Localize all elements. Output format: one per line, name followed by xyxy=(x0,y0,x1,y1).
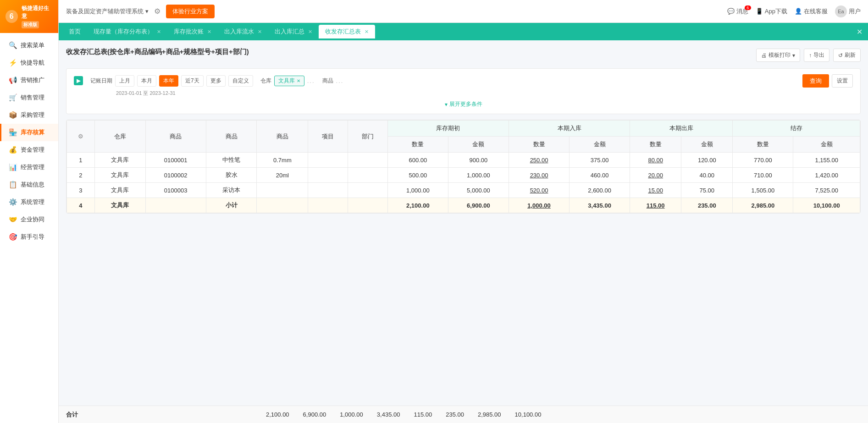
date-btn-this-year[interactable]: 本年 xyxy=(159,75,178,87)
table-cell: 710.00 xyxy=(733,168,793,183)
tab-close-icon[interactable]: ✕ xyxy=(258,29,262,35)
goods-dots[interactable]: ... xyxy=(336,77,344,84)
tab-close-icon[interactable]: ✕ xyxy=(365,29,369,35)
total-out-qty: 115.00 xyxy=(414,411,432,418)
user-menu[interactable]: Ea 用户 xyxy=(835,5,861,17)
trial-button[interactable]: 体验行业方案 xyxy=(166,5,215,18)
table-cell[interactable]: 520.00 xyxy=(509,183,569,198)
tab-close-icon[interactable]: ✕ xyxy=(207,29,211,35)
table-cell xyxy=(308,183,348,198)
table-cell[interactable]: 250.00 xyxy=(509,153,569,168)
handshake-icon: 🤝 xyxy=(9,215,17,224)
sidebar-item-label: 营销推广 xyxy=(21,76,44,84)
sidebar-item-assets[interactable]: 💰 资金管理 xyxy=(0,141,58,159)
tab-inout-flow[interactable]: 出入库流水 ✕ xyxy=(218,25,268,38)
message-button[interactable]: 💬 消息 6 xyxy=(727,7,748,16)
total-in-qty: 1,000.00 xyxy=(340,411,363,418)
table-cell: 4 xyxy=(67,198,95,213)
target-icon: 🎯 xyxy=(9,233,17,241)
table-cell: 文具库 xyxy=(94,168,145,183)
settings-button[interactable]: 设置 xyxy=(832,74,853,88)
table-cell: 7,525.00 xyxy=(793,183,860,198)
app-download-button[interactable]: 📱 App下载 xyxy=(756,7,787,16)
query-button[interactable]: 查询 xyxy=(802,74,829,88)
sidebar-item-label: 快捷导航 xyxy=(21,59,44,67)
store-icon: 🏪 xyxy=(9,128,17,137)
table-cell: 20ml xyxy=(257,168,308,183)
filter-expand-icon[interactable]: ▶ xyxy=(74,76,83,85)
refresh-button[interactable]: ↺ 刷新 xyxy=(833,49,861,62)
table-cell xyxy=(257,198,308,213)
sidebar-item-search[interactable]: 🔍 搜索菜单 xyxy=(0,37,58,54)
tab-home[interactable]: 首页 xyxy=(62,25,87,38)
table-cell xyxy=(348,153,388,168)
chart-icon: 📊 xyxy=(9,163,17,171)
table-cell[interactable]: 115.00 xyxy=(630,198,681,213)
table-cell: 120.00 xyxy=(681,153,733,168)
service-icon: 👤 xyxy=(795,8,802,15)
sidebar-item-quick-nav[interactable]: ⚡ 快捷导航 xyxy=(0,54,58,71)
table-cell: 40.00 xyxy=(681,168,733,183)
tab-inout-summary[interactable]: 出入库汇总 ✕ xyxy=(268,25,319,38)
th-settings[interactable]: ⚙ xyxy=(67,121,95,153)
date-btn-this-month[interactable]: 本月 xyxy=(137,75,156,87)
table-cell: 1,000.00 xyxy=(387,183,448,198)
system-selector[interactable]: 装备及固定资产辅助管理系统 ▾ xyxy=(66,7,149,16)
tab-close-icon[interactable]: ✕ xyxy=(157,29,161,35)
topbar-settings-icon[interactable]: ⚙ xyxy=(154,7,160,16)
table-cell[interactable]: 80.00 xyxy=(630,153,681,168)
tab-label: 出入库汇总 xyxy=(275,27,304,36)
table-cell: 小计 xyxy=(206,198,257,213)
sidebar-item-marketing[interactable]: 📢 营销推广 xyxy=(0,71,58,89)
table-cell: 1,155.00 xyxy=(793,153,860,168)
table-cell: 2 xyxy=(67,168,95,183)
sidebar-item-label: 系统管理 xyxy=(21,198,44,206)
goods-filter-label: 商品 xyxy=(322,77,333,85)
tab-label: 收发存汇总表 xyxy=(325,27,361,36)
table-cell[interactable]: 1,000.00 xyxy=(509,198,569,213)
expand-more-button[interactable]: ▾ 展开更多条件 xyxy=(74,100,853,108)
tab-receive-summary[interactable]: 收发存汇总表 ✕ xyxy=(319,25,375,38)
warehouse-dots[interactable]: ... xyxy=(307,77,315,84)
table-cell[interactable]: 15.00 xyxy=(630,183,681,198)
date-btn-last-month[interactable]: 上月 xyxy=(115,75,134,87)
tab-inventory-dist[interactable]: 现存量（库存分布表） ✕ xyxy=(87,25,167,38)
table-cell[interactable]: 230.00 xyxy=(509,168,569,183)
sidebar-item-guide[interactable]: 🎯 新手引导 xyxy=(0,228,58,246)
tab-batch-ledger[interactable]: 库存批次账 ✕ xyxy=(167,25,218,38)
date-btn-more[interactable]: 更多 xyxy=(206,75,226,87)
sidebar-item-purchase[interactable]: 📦 采购管理 xyxy=(0,106,58,124)
table-cell xyxy=(308,153,348,168)
sidebar-item-operations[interactable]: 📊 经营管理 xyxy=(0,159,58,176)
sidebar-item-label: 采购管理 xyxy=(21,111,44,119)
table-cell: 460.00 xyxy=(569,168,630,183)
refresh-icon: ↺ xyxy=(838,52,843,59)
export-button[interactable]: ↑ 导出 xyxy=(804,49,829,62)
tab-close-icon[interactable]: ✕ xyxy=(308,29,312,35)
table-cell: 600.00 xyxy=(387,153,448,168)
table-cell: 375.00 xyxy=(569,153,630,168)
sidebar-item-inventory[interactable]: 🏪 库存核算 xyxy=(0,124,58,141)
sidebar-item-label: 经营管理 xyxy=(21,163,44,171)
table-cell xyxy=(308,198,348,213)
table-cell xyxy=(348,198,388,213)
table-cell: 2,985.00 xyxy=(733,198,793,213)
sidebar-item-basic-info[interactable]: 📋 基础信息 xyxy=(0,176,58,193)
print-button[interactable]: 🖨 模板打印 ▾ xyxy=(756,49,800,62)
date-btn-custom[interactable]: 自定义 xyxy=(228,75,253,87)
bottom-total-bar: 合计 2,100.00 6,900.00 1,000.00 3,435.00 1… xyxy=(59,406,868,423)
sidebar-item-sales[interactable]: 🛒 销售管理 xyxy=(0,89,58,106)
date-btn-7days[interactable]: 近7天 xyxy=(181,75,204,87)
online-service-button[interactable]: 👤 在线客服 xyxy=(795,7,828,16)
warehouse-tag-close-icon[interactable]: ✕ xyxy=(297,78,300,83)
warehouse-tag: 文具库 ✕ xyxy=(274,76,304,86)
table-cell[interactable]: 20.00 xyxy=(630,168,681,183)
sidebar-item-system[interactable]: ⚙️ 系统管理 xyxy=(0,193,58,211)
table-settings-icon[interactable]: ⚙ xyxy=(78,133,83,140)
tabbar-close-icon[interactable]: ✕ xyxy=(857,27,862,36)
total-closing-qty: 2,985.00 xyxy=(478,411,501,418)
tab-label: 库存批次账 xyxy=(174,27,204,36)
sidebar-item-corp[interactable]: 🤝 企业协同 xyxy=(0,211,58,228)
th-in-amt: 金额 xyxy=(569,137,630,153)
th-group-out: 本期出库 xyxy=(630,121,733,137)
